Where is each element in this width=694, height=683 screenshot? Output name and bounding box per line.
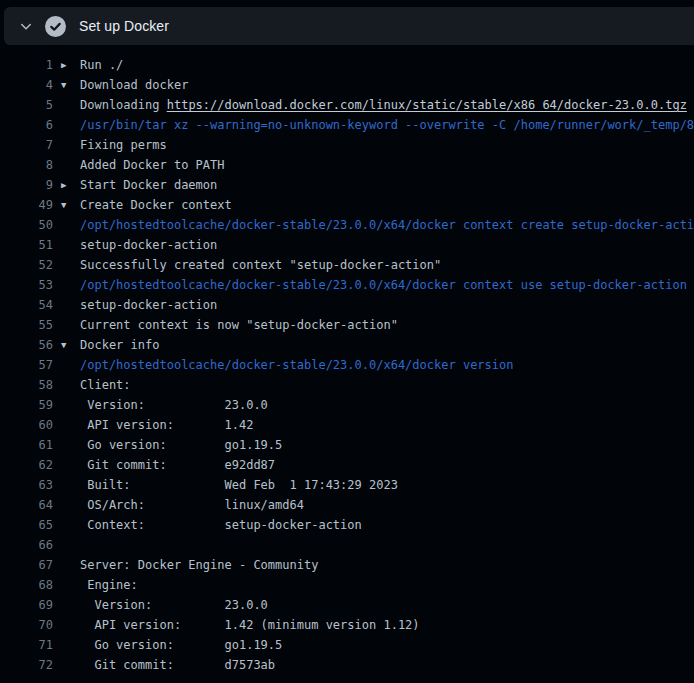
- log-line: 52Successfully created context "setup-do…: [0, 255, 694, 275]
- log-plain-text: Go version: go1.19.5: [80, 638, 282, 652]
- marker-spacer: [53, 435, 80, 455]
- marker-spacer: [53, 295, 80, 315]
- log-text: Fixing perms: [80, 135, 694, 155]
- log-text: Go version: go1.19.5: [80, 635, 694, 655]
- marker-spacer: [53, 475, 80, 495]
- log-text: Git commit: d7573ab: [80, 655, 694, 675]
- line-number[interactable]: 50: [0, 215, 53, 235]
- log-line: 51setup-docker-action: [0, 235, 694, 255]
- line-number[interactable]: 5: [0, 95, 53, 115]
- log-text: API version: 1.42 (minimum version 1.12): [80, 615, 694, 635]
- group-collapse-icon[interactable]: ▼: [53, 195, 80, 215]
- line-number[interactable]: 7: [0, 135, 53, 155]
- log-line: 68 Engine:: [0, 575, 694, 595]
- line-number[interactable]: 4: [0, 75, 53, 95]
- log-line: 1▶Run ./: [0, 55, 694, 75]
- log-text: Git commit: e92dd87: [80, 455, 694, 475]
- line-number[interactable]: 9: [0, 175, 53, 195]
- log-plain-text: Git commit: e92dd87: [80, 458, 275, 472]
- log-text: Current context is now "setup-docker-act…: [80, 315, 694, 335]
- log-text[interactable]: Create Docker context: [80, 195, 694, 215]
- log-command-text: /opt/hostedtoolcache/docker-stable/23.0.…: [80, 218, 694, 232]
- log-text[interactable]: Download docker: [80, 75, 694, 95]
- log-plain-text: Create Docker context: [80, 198, 232, 212]
- marker-spacer: [53, 215, 80, 235]
- log-plain-text: setup-docker-action: [80, 298, 217, 312]
- line-number[interactable]: 62: [0, 455, 53, 475]
- log-plain-text: Version: 23.0.0: [80, 398, 268, 412]
- marker-spacer: [53, 595, 80, 615]
- log-text: [80, 535, 694, 555]
- log-line: 69 Version: 23.0.0: [0, 595, 694, 615]
- log-text: Engine:: [80, 575, 694, 595]
- log-line: 9▶Start Docker daemon: [0, 175, 694, 195]
- line-number[interactable]: 6: [0, 115, 53, 135]
- marker-spacer: [53, 615, 80, 635]
- line-number[interactable]: 65: [0, 515, 53, 535]
- line-number[interactable]: 57: [0, 355, 53, 375]
- line-number[interactable]: 53: [0, 275, 53, 295]
- line-number[interactable]: 49: [0, 195, 53, 215]
- line-number[interactable]: 52: [0, 255, 53, 275]
- log-command-text: /usr/bin/tar xz --warning=no-unknown-key…: [80, 118, 694, 132]
- log-text: Version: 23.0.0: [80, 395, 694, 415]
- log-line: 60 API version: 1.42: [0, 415, 694, 435]
- log-area: 1▶Run ./4▼Download docker5Downloading ht…: [0, 45, 694, 683]
- line-number[interactable]: 59: [0, 395, 53, 415]
- log-text[interactable]: Run ./: [80, 55, 694, 75]
- check-circle-icon: [45, 16, 66, 37]
- marker-spacer: [53, 635, 80, 655]
- marker-spacer: [53, 535, 80, 555]
- line-number[interactable]: 51: [0, 235, 53, 255]
- marker-spacer: [53, 355, 80, 375]
- line-number[interactable]: 64: [0, 495, 53, 515]
- log-plain-text: Fixing perms: [80, 138, 167, 152]
- line-number[interactable]: 55: [0, 315, 53, 335]
- marker-spacer: [53, 395, 80, 415]
- log-text[interactable]: Docker info: [80, 335, 694, 355]
- chevron-down-icon[interactable]: [18, 18, 34, 34]
- log-text: OS/Arch: linux/amd64: [80, 495, 694, 515]
- line-number[interactable]: 61: [0, 435, 53, 455]
- marker-spacer: [53, 575, 80, 595]
- group-collapse-icon[interactable]: ▼: [53, 75, 80, 95]
- marker-spacer: [53, 455, 80, 475]
- log-link[interactable]: https://download.docker.com/linux/static…: [167, 98, 687, 112]
- log-plain-text: Context: setup-docker-action: [80, 518, 362, 532]
- line-number[interactable]: 70: [0, 615, 53, 635]
- log-line: 61 Go version: go1.19.5: [0, 435, 694, 455]
- log-plain-text: Client:: [80, 378, 131, 392]
- line-number[interactable]: 69: [0, 595, 53, 615]
- line-number[interactable]: 71: [0, 635, 53, 655]
- marker-spacer: [53, 555, 80, 575]
- line-number[interactable]: 72: [0, 655, 53, 675]
- line-number[interactable]: 66: [0, 535, 53, 555]
- group-expand-icon[interactable]: ▶: [53, 55, 80, 75]
- line-number[interactable]: 63: [0, 475, 53, 495]
- line-number[interactable]: 56: [0, 335, 53, 355]
- log-text: Downloading https://download.docker.com/…: [80, 95, 694, 115]
- log-plain-text: Start Docker daemon: [80, 178, 217, 192]
- group-expand-icon[interactable]: ▶: [53, 175, 80, 195]
- log-text[interactable]: Start Docker daemon: [80, 175, 694, 195]
- line-number[interactable]: 68: [0, 575, 53, 595]
- log-command-text: /opt/hostedtoolcache/docker-stable/23.0.…: [80, 358, 513, 372]
- log-line: 49▼Create Docker context: [0, 195, 694, 215]
- line-number[interactable]: 1: [0, 55, 53, 75]
- group-collapse-icon[interactable]: ▼: [53, 335, 80, 355]
- line-number[interactable]: 8: [0, 155, 53, 175]
- log-line: 55Current context is now "setup-docker-a…: [0, 315, 694, 335]
- marker-spacer: [53, 155, 80, 175]
- line-number[interactable]: 54: [0, 295, 53, 315]
- line-number[interactable]: 67: [0, 555, 53, 575]
- line-number[interactable]: 60: [0, 415, 53, 435]
- log-plain-text: API version: 1.42 (minimum version 1.12): [80, 618, 420, 632]
- step-header[interactable]: Set up Docker: [4, 7, 694, 45]
- log-plain-text: Go version: go1.19.5: [80, 438, 282, 452]
- log-plain-text: API version: 1.42: [80, 418, 253, 432]
- marker-spacer: [53, 275, 80, 295]
- line-number[interactable]: 58: [0, 375, 53, 395]
- log-command-text: /opt/hostedtoolcache/docker-stable/23.0.…: [80, 278, 687, 292]
- log-plain-text: Added Docker to PATH: [80, 158, 225, 172]
- log-line: 66: [0, 535, 694, 555]
